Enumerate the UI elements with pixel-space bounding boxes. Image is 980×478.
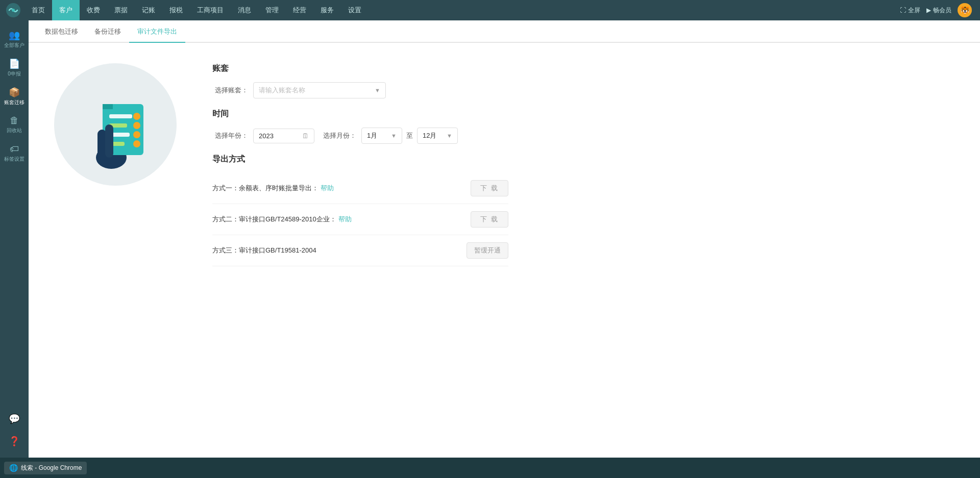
month-label: 选择月份： [321, 131, 356, 140]
export-title: 导出方式 [212, 154, 508, 165]
nav-customer[interactable]: 客户 [52, 0, 80, 20]
nav-bookkeeping[interactable]: 记账 [135, 0, 162, 20]
customers-icon: 👥 [9, 30, 20, 41]
svg-point-1 [12, 9, 15, 12]
method-3-row: 方式三：审计接口GB/T19581-2004 暂缓开通 [212, 235, 508, 266]
tab-bar: 数据包迁移 备份迁移 审计文件导出 [29, 20, 980, 43]
method-3-special-btn[interactable]: 暂缓开通 [467, 242, 508, 259]
taskbar-chrome[interactable]: 🌐 线索 - Google Chrome [4, 462, 87, 474]
method-1-row: 方式一：余额表、序时账批量导出：帮助 下 载 [212, 173, 508, 204]
illustration-wrapper [49, 58, 182, 191]
month-end-chevron-icon: ▼ [447, 133, 452, 139]
svg-point-9 [133, 122, 140, 129]
method-2-download-btn[interactable]: 下 载 [471, 211, 508, 228]
sidebar-bottom: 💬 ❓ [0, 409, 29, 458]
year-input[interactable]: 2023 🗓 [253, 129, 314, 143]
illustration-svg [75, 79, 156, 170]
sidebar-bottom-info[interactable]: ❓ [0, 431, 29, 451]
account-set-label: 选择账套： [212, 86, 248, 95]
nav-service[interactable]: 服务 [313, 0, 341, 20]
time-title: 时间 [212, 109, 508, 119]
chrome-icon: 🌐 [9, 464, 18, 472]
sidebar-item-tags[interactable]: 🏷 标签设置 [0, 139, 29, 167]
nav-home[interactable]: 首页 [24, 0, 52, 20]
svg-rect-4 [109, 114, 132, 118]
svg-point-10 [133, 131, 140, 138]
content-area: 数据包迁移 备份迁移 审计文件导出 [29, 20, 980, 458]
method-1-help-link[interactable]: 帮助 [321, 184, 334, 192]
chevron-down-icon: ▼ [375, 87, 380, 93]
month-start-value: 1月 [367, 131, 377, 140]
form-section: 账套 选择账套： 请输入账套名称 ▼ 时间 选择年份： 2023 [212, 58, 508, 266]
sidebar-item-zero-declare[interactable]: 📄 0申报 [0, 53, 29, 82]
method-1-label: 方式一：余额表、序时账批量导出：帮助 [212, 184, 334, 193]
svg-point-11 [133, 140, 140, 147]
user-avatar[interactable]: 🐯 [958, 3, 972, 17]
tags-icon: 🏷 [10, 144, 19, 155]
svg-point-8 [133, 113, 140, 120]
nav-menu: 首页 客户 收费 票据 记账 报税 工商项目 消息 管理 经营 服务 设置 [24, 0, 900, 20]
nav-business[interactable]: 工商项目 [190, 0, 231, 20]
migrate-icon: 📦 [9, 87, 20, 98]
page-content: 账套 选择账套： 请输入账套名称 ▼ 时间 选择年份： 2023 [29, 43, 980, 458]
method-2-label: 方式二：审计接口GB/T24589-2010企业：帮助 [212, 215, 352, 224]
app-logo [4, 1, 22, 19]
account-set-row: 选择账套： 请输入账套名称 ▼ [212, 82, 508, 98]
taskbar: 🌐 线索 - Google Chrome [0, 458, 980, 478]
main-wrapper: 👥 全部客户 📄 0申报 📦 账套迁移 🗑 回收站 🏷 标签设置 💬 ❓ 数据包… [0, 20, 980, 458]
member-icon: ▶ [926, 7, 931, 14]
calendar-icon: 🗓 [302, 132, 309, 140]
svg-rect-13 [105, 124, 113, 158]
nav-tax[interactable]: 报税 [162, 0, 190, 20]
year-value: 2023 [259, 132, 274, 140]
tab-data-migration[interactable]: 数据包迁移 [37, 21, 86, 43]
method-1-download-btn[interactable]: 下 载 [471, 180, 508, 196]
nav-admin[interactable]: 管理 [258, 0, 286, 20]
to-label: 至 [406, 131, 413, 140]
fullscreen-icon: ⛶ [900, 7, 906, 14]
month-start-select[interactable]: 1月 ▼ [361, 128, 402, 144]
sidebar-item-migrate[interactable]: 📦 账套迁移 [0, 82, 29, 110]
member-btn[interactable]: ▶ 畅会员 [926, 6, 951, 15]
sidebar: 👥 全部客户 📄 0申报 📦 账套迁移 🗑 回收站 🏷 标签设置 💬 ❓ [0, 20, 29, 458]
sidebar-bottom-help[interactable]: 💬 [0, 409, 29, 429]
top-nav: 首页 客户 收费 票据 记账 报税 工商项目 消息 管理 经营 服务 设置 ⛶ … [0, 0, 980, 20]
month-start-chevron-icon: ▼ [391, 133, 397, 139]
trash-icon: 🗑 [10, 115, 19, 126]
month-end-select[interactable]: 12月 ▼ [417, 128, 458, 144]
method-2-help-link[interactable]: 帮助 [338, 215, 352, 223]
export-methods: 方式一：余额表、序时账批量导出：帮助 下 载 方式二：审计接口GB/T24589… [212, 173, 508, 266]
nav-operation[interactable]: 经营 [286, 0, 313, 20]
account-set-placeholder: 请输入账套名称 [259, 86, 305, 95]
month-end-value: 12月 [423, 131, 436, 140]
nav-message[interactable]: 消息 [231, 0, 258, 20]
tab-audit-export[interactable]: 审计文件导出 [129, 21, 185, 43]
sidebar-item-all-customers[interactable]: 👥 全部客户 [0, 24, 29, 53]
time-row: 选择年份： 2023 🗓 选择月份： 1月 ▼ 至 12月 [212, 128, 508, 144]
account-set-title: 账套 [212, 63, 508, 74]
declare-icon: 📄 [9, 58, 20, 69]
account-set-select[interactable]: 请输入账套名称 ▼ [253, 82, 386, 98]
year-label: 选择年份： [212, 131, 248, 140]
illustration-circle [54, 63, 177, 186]
fullscreen-btn[interactable]: ⛶ 全屏 [900, 6, 920, 15]
nav-charge[interactable]: 收费 [80, 0, 107, 20]
method-3-label: 方式三：审计接口GB/T19581-2004 [212, 246, 316, 255]
export-container: 账套 选择账套： 请输入账套名称 ▼ 时间 选择年份： 2023 [49, 58, 508, 266]
nav-invoice[interactable]: 票据 [107, 0, 135, 20]
nav-settings[interactable]: 设置 [341, 0, 369, 20]
nav-right: ⛶ 全屏 ▶ 畅会员 🐯 [900, 3, 980, 17]
method-2-row: 方式二：审计接口GB/T24589-2010企业：帮助 下 载 [212, 204, 508, 235]
tab-backup-migration[interactable]: 备份迁移 [86, 21, 129, 43]
sidebar-item-trash[interactable]: 🗑 回收站 [0, 110, 29, 139]
